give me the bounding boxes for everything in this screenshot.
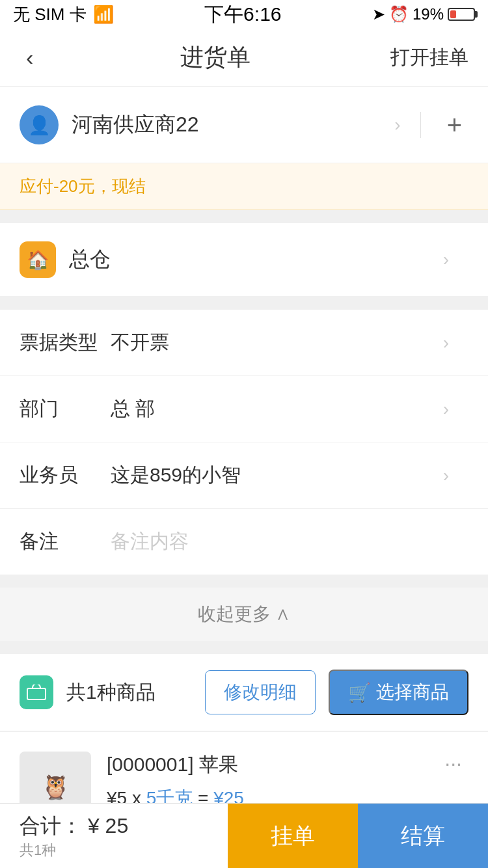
time-display: 下午6:16	[204, 1, 281, 28]
total-section: 合计： ¥ 25 共1种	[0, 804, 228, 868]
edit-detail-button[interactable]: 修改明细	[205, 670, 316, 714]
svg-rect-0	[27, 688, 46, 699]
battery-text: 19%	[413, 5, 444, 23]
battery-fill	[450, 10, 457, 18]
avatar-icon: 👤	[28, 115, 51, 136]
warehouse-section: 🏠 总仓 ›	[0, 223, 488, 296]
bottom-bar: 合计： ¥ 25 共1种 挂单 结算	[0, 803, 488, 868]
total-count: 共1种	[20, 841, 208, 860]
status-right: ➤ ⏰ 19%	[372, 5, 475, 23]
carrier-text: 无 SIM 卡	[13, 3, 87, 26]
select-product-button[interactable]: 🛒 选择商品	[329, 670, 468, 715]
location-icon: ➤	[372, 5, 385, 23]
salesman-label: 业务员	[20, 462, 111, 489]
alert-banner: 应付-20元，现结	[0, 163, 488, 210]
department-label: 部门	[20, 396, 111, 422]
invoice-label: 票据类型	[20, 329, 111, 356]
add-button[interactable]: +	[441, 111, 468, 140]
battery-icon	[448, 8, 475, 21]
supplier-chevron-icon: ›	[394, 115, 400, 135]
warehouse-row[interactable]: 🏠 总仓 ›	[0, 223, 488, 296]
product-name: [0000001] 苹果	[107, 752, 438, 778]
product-header: 共1种商品 修改明细 🛒 选择商品	[0, 654, 488, 731]
product-title: 苹果	[199, 753, 238, 775]
form-section: 票据类型 不开票 › 部门 总 部 › 业务员 这是859的小智 › 备注 备注…	[0, 309, 488, 575]
invoice-chevron-icon: ›	[443, 332, 449, 353]
divider	[420, 112, 421, 138]
total-value: ¥ 25	[88, 814, 128, 837]
invoice-value: 不开票	[111, 329, 443, 356]
hang-button[interactable]: 挂单	[228, 804, 358, 868]
total-label: 合计：	[20, 814, 82, 837]
product-section-icon	[20, 675, 53, 709]
warehouse-chevron-icon: ›	[443, 249, 449, 270]
page-title: 进货单	[180, 42, 251, 74]
total-amount: 合计： ¥ 25	[20, 812, 208, 841]
alarm-icon: ⏰	[389, 5, 409, 23]
remark-input[interactable]: 备注内容	[111, 528, 468, 555]
owl-icon: 🦉	[41, 774, 70, 801]
more-options-button[interactable]: ···	[438, 752, 468, 776]
supplier-name: 河南供应商22	[72, 111, 394, 139]
department-chevron-icon: ›	[443, 399, 449, 420]
warehouse-icon: 🏠	[20, 241, 56, 278]
main-content: 👤 河南供应商22 › + 应付-20元，现结 🏠 总仓 › 票据类型 不开票 …	[0, 87, 488, 868]
warehouse-name: 总仓	[69, 245, 443, 274]
cart-icon: 🛒	[348, 682, 371, 703]
supplier-row[interactable]: 👤 河南供应商22 › +	[0, 87, 488, 163]
invoice-row[interactable]: 票据类型 不开票 ›	[0, 309, 488, 375]
product-info: [0000001] 苹果 ¥5 x 5千克 = ¥25	[107, 752, 438, 811]
salesman-chevron-icon: ›	[443, 465, 449, 486]
collapse-button[interactable]: 收起更多 ∧	[0, 588, 488, 641]
status-left: 无 SIM 卡 📶	[13, 3, 114, 26]
back-button[interactable]: ‹	[20, 38, 40, 77]
checkout-button[interactable]: 结算	[358, 804, 488, 868]
select-product-label: 选择商品	[376, 680, 449, 705]
wifi-icon: 📶	[93, 5, 114, 25]
salesman-value: 这是859的小智	[111, 462, 443, 489]
salesman-row[interactable]: 业务员 这是859的小智 ›	[0, 442, 488, 508]
supplier-section: 👤 河南供应商22 › + 应付-20元，现结	[0, 87, 488, 210]
product-count: 共1种商品	[66, 679, 205, 706]
department-value: 总 部	[111, 396, 443, 422]
department-row[interactable]: 部门 总 部 ›	[0, 375, 488, 442]
open-hang-button[interactable]: 打开挂单	[390, 44, 468, 71]
nav-bar: ‹ 进货单 打开挂单	[0, 29, 488, 87]
remark-row[interactable]: 备注 备注内容	[0, 508, 488, 575]
remark-label: 备注	[20, 528, 111, 555]
supplier-avatar: 👤	[20, 105, 59, 144]
status-bar: 无 SIM 卡 📶 下午6:16 ➤ ⏰ 19%	[0, 0, 488, 29]
product-code: [0000001]	[107, 753, 193, 775]
